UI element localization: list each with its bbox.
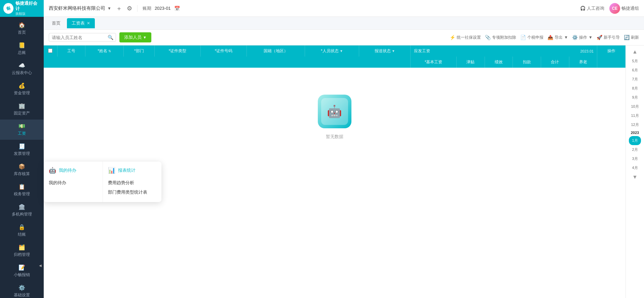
month-may[interactable]: 5月 [626, 57, 644, 66]
search-input[interactable] [52, 35, 106, 40]
country-header: 国籍（地区） [247, 45, 305, 57]
settings-gear-icon[interactable]: ⚙ [127, 5, 132, 12]
popup-section: 🤖 我的待办 我的待办 📊 报表统计 费用趋势分析 部门费用类型统计表 [44, 162, 161, 202]
search-icon: 🔍 [108, 35, 113, 40]
invoice-icon: 🧾 [18, 143, 25, 150]
sidebar-item-label: 资金管理 [14, 90, 30, 96]
month-apr[interactable]: 4月 [626, 163, 644, 172]
empty-icon: 🤖 [318, 95, 351, 128]
user-profile[interactable]: CE 畅捷通组 [609, 3, 639, 14]
month-jul[interactable]: 7月 [626, 75, 644, 84]
month-oct[interactable]: 10月 [626, 102, 644, 111]
tab-salary[interactable]: 工资表 ✕ [67, 18, 95, 28]
export-label: 导出 [555, 35, 563, 40]
month-dec[interactable]: 12月 [626, 120, 644, 129]
operations-action[interactable]: ⚙️ 操作 ▼ [572, 35, 593, 40]
sidebar-item-label: 库存核算 [14, 171, 30, 177]
calendar-icon[interactable]: 📅 [174, 6, 180, 11]
name-sort-icon[interactable]: ⇅ [108, 49, 111, 53]
id-no-header: *证件号码 [200, 45, 247, 57]
popup-todo-title[interactable]: 🤖 我的待办 [49, 167, 98, 174]
emp-no-header: 工号 [57, 45, 85, 57]
select-all-checkbox[interactable] [48, 48, 52, 53]
month-jan-active[interactable]: 1月 [629, 136, 641, 145]
sidebar-item-home[interactable]: 🏠 首页 [0, 19, 44, 39]
sidebar-item-archive[interactable]: 🗂️ 归档管理 [0, 241, 44, 261]
sidebar-item-label: 基础设置 [14, 292, 30, 298]
add-employee-button[interactable]: 添加人员 ▼ [119, 32, 151, 42]
sidebar-item-inventory[interactable]: 📦 库存核算 [0, 160, 44, 180]
tab-home[interactable]: 首页 [47, 18, 65, 28]
export-icon: 📤 [547, 35, 553, 40]
social-insurance-action[interactable]: ⚡ 统一社保设置 [450, 35, 481, 40]
popup-menu: 🤖 我的待办 我的待办 📊 报表统计 费用趋势分析 部门费用类型统计表 [44, 162, 161, 202]
tax-report-icon: 📄 [520, 35, 526, 40]
support-button[interactable]: 🎧 人工咨询 [580, 5, 604, 11]
sidebar-item-tax[interactable]: 📋 税务管理 [0, 180, 44, 200]
special-deduct-label: 专项附加扣除 [492, 35, 516, 40]
sidebar-item-label: 首页 [18, 30, 26, 35]
month-sep[interactable]: 9月 [626, 93, 644, 102]
period-label: 账期 [143, 5, 151, 11]
sidebar-item-label: 结账 [18, 232, 26, 237]
refresh-action[interactable]: 🔄 刷新 [624, 35, 639, 40]
month-scroll-down[interactable]: ▼ [631, 172, 639, 182]
closing-icon: 🔒 [18, 224, 25, 230]
new-guide-action[interactable]: 🚀 新手引导 [597, 35, 620, 40]
expense-icon: 📝 [18, 264, 25, 271]
sidebar-item-expense[interactable]: 📝 小畅报销 ◀ [0, 261, 44, 281]
deduct-header: 扣款 [513, 57, 541, 68]
sidebar-item-cloud-reports[interactable]: ☁️ 云报表中心 [0, 59, 44, 79]
popup-todo-item[interactable]: 我的待办 [49, 178, 98, 188]
period-value: 2023-01 [155, 6, 171, 11]
sidebar-item-ledger[interactable]: 📒 总账 [0, 39, 44, 59]
report-status-header: 报送状态 ▼ [359, 45, 411, 57]
popup-dept-cost-item[interactable]: 部门费用类型统计表 [108, 188, 157, 197]
tab-home-label: 首页 [52, 20, 61, 26]
sidebar-item-label: 发票管理 [14, 151, 30, 157]
social-insurance-label: 统一社保设置 [457, 35, 481, 40]
month-scroll-up[interactable]: ▲ [631, 47, 639, 57]
sidebar-item-label: 税务管理 [14, 191, 30, 197]
status-header: *人员状态 ▼ [305, 45, 359, 57]
month-jun[interactable]: 6月 [626, 66, 644, 75]
empty-operations-subheader [597, 57, 626, 68]
sidebar-item-salary[interactable]: 💵 工资 [0, 120, 44, 140]
popup-reports-title[interactable]: 📊 报表统计 [108, 167, 157, 174]
dept-header: *部门 [123, 45, 154, 57]
reports-section-icon: 📊 [108, 167, 115, 174]
sidebar-item-fund[interactable]: 💰 资金管理 [0, 79, 44, 99]
logo-text: 畅捷通好会计 旗舰版 [15, 1, 40, 16]
empty-state: 🤖 暂无数据 [44, 68, 626, 167]
report-status-filter-icon[interactable]: ▼ [392, 49, 395, 53]
header-divider [137, 5, 138, 12]
month-mar[interactable]: 3月 [626, 154, 644, 163]
tax-report-action[interactable]: 📄 个税申报 [520, 35, 543, 40]
special-deduct-action[interactable]: 📎 专项附加扣除 [485, 35, 516, 40]
sidebar-item-fixed-assets[interactable]: 🏢 固定资产 [0, 99, 44, 120]
company-selector[interactable]: 西安虾米网络科技有限公司 ▼ [49, 5, 111, 11]
support-label: 人工咨询 [587, 5, 604, 11]
tab-close-icon[interactable]: ✕ [87, 21, 90, 26]
popup-cost-trend-item[interactable]: 费用趋势分析 [108, 178, 157, 188]
sidebar-item-closing[interactable]: 🔒 结账 [0, 221, 44, 241]
name-header: *姓名 ⇅ [85, 45, 123, 57]
month-aug[interactable]: 8月 [626, 84, 644, 93]
export-action[interactable]: 📤 导出 ▼ [547, 35, 568, 40]
sidebar-item-settings[interactable]: ⚙️ 基础设置 [0, 281, 44, 298]
operations-header: 操作 [597, 45, 626, 57]
id-type-header: *证件类型 [154, 45, 200, 57]
sidebar-item-multi-org[interactable]: 🏛️ 多机构管理 [0, 200, 44, 221]
add-company-button[interactable]: ＋ [115, 3, 123, 14]
total-header: 合计 [541, 57, 569, 68]
multi-org-icon: 🏛️ [18, 204, 25, 210]
month-nov[interactable]: 11月 [626, 111, 644, 120]
year-2023-label: 2023 [630, 129, 640, 136]
status-filter-icon[interactable]: ▼ [340, 49, 343, 53]
sidebar-item-invoice[interactable]: 🧾 发票管理 [0, 140, 44, 160]
month-feb[interactable]: 2月 [626, 145, 644, 154]
tax-icon: 📋 [18, 184, 25, 190]
fund-icon: 💰 [18, 82, 25, 89]
operations-icon: ⚙️ [572, 35, 578, 40]
checkbox-header[interactable] [44, 45, 57, 57]
